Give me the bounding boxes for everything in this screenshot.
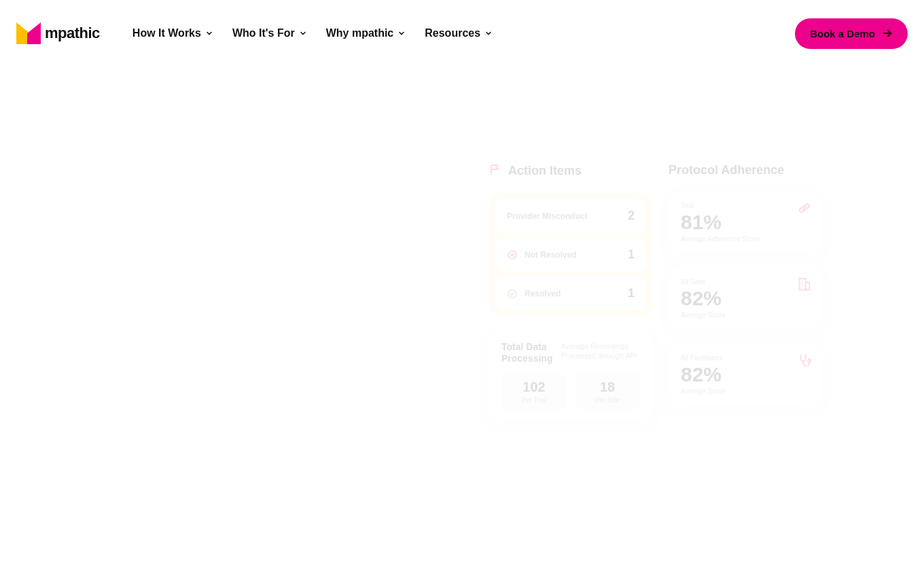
action-row-not-resolved[interactable]: Not Resolved 1 [496,238,645,271]
check-circle-icon [507,288,518,299]
stat-per-site: 18 Per Site [575,373,640,411]
chevron-down-icon [205,29,213,37]
logo-mark-icon [16,22,41,44]
header: mpathic How It Works Who It's For Why mp… [0,0,924,67]
book-demo-button[interactable]: Book a Demo [795,18,908,49]
arrow-right-icon [882,28,893,39]
adherence-percent: 82% [681,288,809,309]
adherence-percent: 82% [681,364,809,385]
adherence-top-label: All Sites [681,278,809,286]
adherence-facilitators-card: All Facilitators 82% Average Score [669,343,821,406]
cta-label: Book a Demo [810,28,875,39]
adherence-sites-card: All Sites 82% Average Score [669,267,821,330]
nav-resources[interactable]: Resources [425,27,493,39]
nav-label: Who It's For [232,27,295,39]
dashboard-preview: Action Items Provider Misconduct 2 Not R… [489,163,829,422]
action-items-title: Action Items [489,163,652,179]
nav-label: Resources [425,27,480,39]
stat-value: 102 [510,379,558,395]
action-row-label: Not Resolved [525,250,621,260]
action-row-misconduct[interactable]: Provider Misconduct 2 [496,199,645,233]
action-items-card: Provider Misconduct 2 Not Resolved 1 Res… [489,192,652,317]
nav-how-it-works[interactable]: How It Works [132,27,213,39]
action-row-count: 1 [628,247,635,262]
chevron-down-icon [484,29,493,37]
action-row-label: Provider Misconduct [507,211,621,221]
chevron-down-icon [299,29,307,37]
action-row-resolved[interactable]: Resolved 1 [496,277,645,310]
dashboard-right-col: Protocol Adherence Trial 81% Average Adh… [669,163,821,406]
dashboard-left-col: Action Items Provider Misconduct 2 Not R… [489,163,652,422]
nav-label: How It Works [132,27,201,39]
logo-text: mpathic [45,24,100,42]
stat-per-trial: 102 Per Trial [501,373,567,411]
processing-title: Total Data Processing [501,341,552,364]
nav-label: Why mpathic [326,27,394,39]
adherence-trial-card: Trial 81% Average Adherence Score [669,191,821,254]
adherence-top-label: Trial [681,202,809,209]
action-row-count: 1 [628,286,635,300]
flag-icon [489,163,501,179]
processing-subtitle: Average Recordings Processed through API [561,341,640,364]
section-title-text: Action Items [508,164,582,178]
svg-point-12 [808,359,811,362]
action-row-label: Resolved [525,289,621,298]
adherence-title: Protocol Adherence [669,163,821,177]
section-title-text: Protocol Adherence [669,163,784,177]
processing-card: Total Data Processing Average Recordings… [489,330,652,422]
adherence-bottom-label: Average Score [681,311,809,319]
stethoscope-icon [797,353,812,371]
x-circle-icon [507,250,518,260]
adherence-bottom-label: Average Adherence Score [681,235,809,243]
action-row-count: 2 [628,209,635,223]
primary-nav: How It Works Who It's For Why mpathic Re… [132,27,493,39]
pill-icon [797,201,812,218]
stat-value: 18 [583,379,632,395]
nav-why-mpathic[interactable]: Why mpathic [326,27,406,39]
svg-rect-8 [806,282,810,290]
nav-who-its-for[interactable]: Who It's For [232,27,307,39]
stat-label: Per Trial [510,396,558,404]
stat-label: Per Site [583,396,632,404]
adherence-percent: 81% [681,212,809,233]
logo[interactable]: mpathic [16,22,100,44]
adherence-bottom-label: Average Score [681,388,809,395]
chevron-down-icon [397,29,406,37]
adherence-top-label: All Facilitators [681,354,809,362]
building-icon [797,277,812,294]
